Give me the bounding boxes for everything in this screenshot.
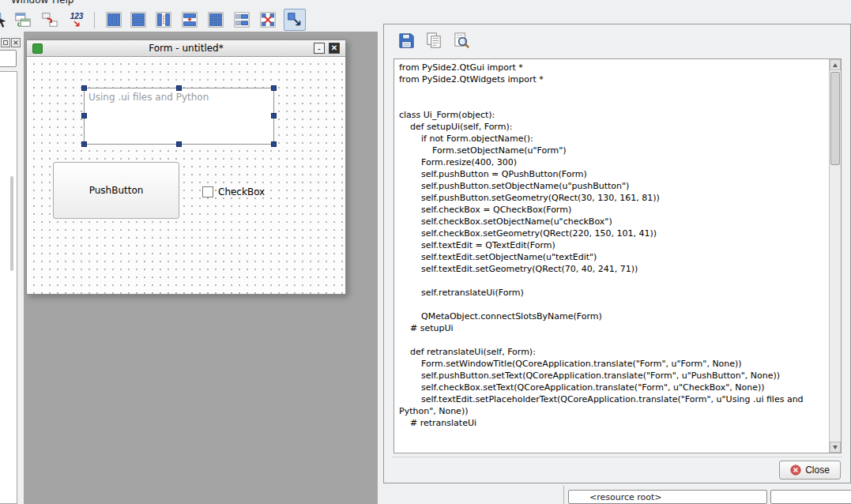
tab-order-arrow bbox=[73, 21, 81, 28]
resource-browser-dock: <resource root> bbox=[563, 486, 851, 504]
form-minimize-button[interactable]: - bbox=[314, 43, 325, 54]
layout-vertical-splitter-icon[interactable] bbox=[179, 9, 200, 30]
form-close-button[interactable]: ✕ bbox=[329, 43, 340, 54]
copy-button[interactable] bbox=[423, 29, 445, 51]
selection-handle-top-right[interactable] bbox=[271, 85, 277, 91]
code-scrollbar[interactable] bbox=[829, 59, 841, 453]
form-canvas[interactable]: Using .ui files and Python PushButton Ch… bbox=[27, 57, 345, 294]
form-window-titlebar[interactable]: Form - untitled* - ✕ bbox=[27, 40, 345, 57]
widget-box-scrollbar[interactable] bbox=[10, 176, 13, 271]
close-dialog-button[interactable]: Close bbox=[779, 461, 841, 480]
edit-tab-order-icon[interactable]: 123 bbox=[66, 9, 87, 30]
layout-vertical-icon[interactable] bbox=[128, 9, 149, 30]
menu-item-window[interactable]: Window bbox=[11, 0, 48, 6]
float-icon bbox=[2, 39, 9, 46]
selection-handle-middle-right[interactable] bbox=[271, 113, 277, 118]
form-window-icon bbox=[32, 43, 43, 54]
code-view[interactable]: from PySide2.QtGui import * from PySide2… bbox=[393, 58, 842, 453]
copy-icon bbox=[425, 32, 443, 50]
find-button[interactable] bbox=[450, 29, 473, 51]
code-text[interactable]: from PySide2.QtGui import * from PySide2… bbox=[394, 59, 829, 431]
layout-grid-icon[interactable] bbox=[205, 9, 226, 30]
selection-handle-top-middle[interactable] bbox=[176, 85, 182, 91]
selection-handle-middle-left[interactable] bbox=[81, 113, 87, 118]
layout-horizontal-icon[interactable] bbox=[104, 9, 124, 30]
pushbutton-widget[interactable]: PushButton bbox=[53, 162, 179, 219]
selection-handle-top-left[interactable] bbox=[81, 85, 87, 91]
textedit-widget[interactable]: Using .ui files and Python bbox=[84, 88, 274, 145]
widget-box-panel[interactable] bbox=[0, 71, 17, 504]
menu-bar: Window Help bbox=[0, 0, 851, 8]
scrollbar-thumb[interactable] bbox=[830, 72, 840, 165]
selection-handle-bottom-middle[interactable] bbox=[176, 141, 182, 147]
break-layout-icon[interactable] bbox=[258, 9, 278, 30]
selection-handle-bottom-right[interactable] bbox=[271, 141, 277, 147]
layout-form-icon[interactable] bbox=[232, 9, 252, 30]
scroll-up-arrow-icon[interactable] bbox=[830, 59, 841, 70]
save-button[interactable] bbox=[395, 29, 417, 51]
form-window-title: Form - untitled* bbox=[27, 43, 345, 54]
checkbox-box bbox=[202, 186, 213, 197]
resource-browser-secondary-box[interactable] bbox=[770, 490, 851, 504]
selection-handle-bottom-left[interactable] bbox=[81, 141, 87, 147]
code-dialog-toolbar bbox=[395, 29, 473, 53]
close-red-icon bbox=[790, 465, 801, 476]
edit-widgets-icon[interactable] bbox=[0, 9, 9, 30]
dock-close-button[interactable] bbox=[11, 38, 21, 47]
resource-root-item[interactable]: <resource root> bbox=[568, 490, 767, 504]
textedit-placeholder-text: Using .ui files and Python bbox=[85, 88, 273, 106]
save-icon bbox=[397, 32, 416, 50]
widget-filter-input[interactable] bbox=[0, 50, 17, 67]
dock-float-button[interactable] bbox=[1, 38, 10, 47]
edit-signals-slots-icon[interactable] bbox=[13, 9, 33, 30]
code-preview-dialog: from PySide2.QtGui import * from PySide2… bbox=[383, 24, 851, 483]
mdi-area: Form - untitled* - ✕ Using .ui files and… bbox=[24, 32, 378, 504]
close-icon bbox=[13, 39, 19, 46]
resource-root-label: <resource root> bbox=[589, 492, 662, 502]
form-editor-window: Form - untitled* - ✕ Using .ui files and… bbox=[26, 39, 346, 295]
checkbox-widget[interactable]: CheckBox bbox=[202, 184, 265, 200]
main-toolbar: 123 bbox=[0, 8, 379, 32]
find-icon bbox=[453, 32, 471, 50]
scroll-down-arrow-icon[interactable] bbox=[830, 442, 841, 453]
dialog-separator bbox=[392, 457, 842, 457]
layout-horizontal-splitter-icon[interactable] bbox=[153, 9, 174, 30]
adjust-size-icon[interactable] bbox=[284, 9, 306, 31]
edit-buddies-icon[interactable] bbox=[40, 9, 60, 30]
tab-order-numbers: 123 bbox=[70, 13, 84, 21]
toolbar-separator bbox=[94, 12, 95, 28]
close-dialog-label: Close bbox=[805, 465, 830, 476]
menu-item-help[interactable]: Help bbox=[52, 0, 73, 6]
qt-designer-window: Window Help 123 bbox=[0, 0, 851, 504]
checkbox-label: CheckBox bbox=[218, 186, 265, 197]
